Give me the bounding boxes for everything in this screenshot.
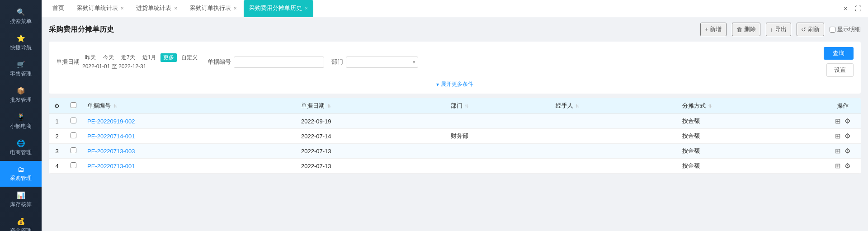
view-icon-2[interactable]: ⊞ — [835, 147, 841, 155]
sidebar-item-label: 电商管理 — [10, 149, 32, 156]
doc-no-link-1[interactable]: PE-20220714-001 — [87, 133, 135, 140]
row-num-3: 4 — [49, 159, 65, 174]
row-checkbox-3 — [65, 159, 82, 174]
tab-purchase-cost-history[interactable]: 采购费用分摊单历史× — [244, 0, 313, 17]
export-button[interactable]: ↑ 导出 — [766, 23, 792, 36]
col-checkbox — [65, 98, 82, 114]
row-select-checkbox-2[interactable] — [71, 147, 76, 153]
refresh-button[interactable]: ↺ 刷新 — [797, 23, 824, 36]
more-icon-3[interactable]: ⚙ — [844, 162, 850, 170]
sort-alloc-icon[interactable]: ⇅ — [708, 104, 712, 108]
table-row: 2 PE-20220714-001 2022-07-14 财务部 按金额 ⊞ ⚙ — [49, 129, 861, 144]
data-table: ⚙ 单据编号 ⇅ 单据日期 ⇅ 部门 — [49, 98, 861, 174]
tab-purchase-order-stats[interactable]: 采购订单统计表× — [71, 0, 129, 17]
row-select-checkbox-3[interactable] — [71, 162, 76, 168]
wholesale-icon: 📦 — [17, 87, 25, 95]
row-num-0: 1 — [49, 114, 65, 129]
sidebar-item-label: 批发管理 — [10, 96, 32, 104]
expand-more-btn[interactable]: ▾ 展开更多条件 — [56, 80, 854, 88]
more-icon-0[interactable]: ⚙ — [844, 117, 850, 125]
doc-no-link-0[interactable]: PE-20220919-002 — [87, 118, 135, 125]
row-select-checkbox-0[interactable] — [71, 118, 76, 123]
page-header: 采购费用分摊单历史 + 新增 🗑 删除 ↑ 导出 ↺ 刷新 显示明细 — [49, 23, 861, 36]
table-row: 3 PE-20220713-003 2022-07-13 按金额 ⊞ ⚙ — [49, 144, 861, 159]
dept-select[interactable]: 财务部 — [346, 57, 418, 68]
tab-home[interactable]: 首页 — [47, 0, 70, 17]
table-header: ⚙ 单据编号 ⇅ 单据日期 ⇅ 部门 — [49, 98, 861, 114]
tab-close-btn[interactable]: × — [174, 5, 177, 11]
row-handler-3 — [550, 159, 677, 174]
sort-doc-date-icon[interactable]: ⇅ — [327, 104, 331, 108]
doc-no-input[interactable] — [234, 57, 324, 68]
tab-close-btn[interactable]: × — [234, 5, 236, 11]
tab-label: 进货单统计表 — [136, 4, 171, 12]
shortcut-custom[interactable]: 自定义 — [179, 53, 200, 62]
sidebar-item-finance[interactable]: 💰 资金管理 — [0, 213, 42, 231]
shortcut-more[interactable]: 更多 — [160, 53, 177, 62]
row-select-checkbox-1[interactable] — [71, 132, 76, 138]
show-cols-input[interactable] — [830, 27, 835, 33]
view-icon-3[interactable]: ⊞ — [835, 162, 841, 170]
doc-no-filter-item: 单据编号 — [208, 57, 324, 68]
doc-no-link-3[interactable]: PE-20220713-001 — [87, 163, 135, 170]
sort-handler-icon[interactable]: ⇅ — [576, 104, 579, 108]
sidebar-item-ecommerce[interactable]: 🌐 电商管理 — [0, 135, 42, 161]
row-operate-1: ⊞ ⚙ — [825, 129, 861, 144]
row-doc-no-3: PE-20220713-001 — [82, 159, 296, 174]
add-button[interactable]: + 新增 — [700, 23, 726, 36]
sidebar-item-label: 零售管理 — [10, 70, 32, 78]
more-icon-2[interactable]: ⚙ — [844, 147, 850, 155]
filter-settings-button[interactable]: 设置 — [826, 63, 854, 77]
sidebar-item-purchase[interactable]: 🗂 采购管理 — [0, 161, 42, 187]
date-filter-item: 单据日期 昨天 今天 近7天 近1月 更多 自定义 2022-01-01 至 2… — [56, 53, 200, 71]
shortcut-yesterday[interactable]: 昨天 — [82, 53, 99, 62]
tab-bar: 首页采购订单统计表×进货单统计表×采购订单执行表×采购费用分摊单历史× × ⛶ — [42, 0, 868, 17]
tab-purchase-goods-stats[interactable]: 进货单统计表× — [131, 0, 182, 17]
view-icon-1[interactable]: ⊞ — [835, 132, 841, 140]
more-icon-1[interactable]: ⚙ — [844, 132, 850, 140]
tab-label: 首页 — [52, 4, 64, 12]
sidebar-item-retail[interactable]: 🛒 零售管理 — [0, 56, 42, 82]
row-doc-date-3: 2022-07-13 — [296, 159, 445, 174]
delete-button[interactable]: 🗑 删除 — [732, 23, 760, 36]
operate-icons-1: ⊞ ⚙ — [830, 132, 855, 140]
shortcut-1month[interactable]: 近1月 — [140, 53, 159, 62]
operate-icons-0: ⊞ ⚙ — [830, 117, 855, 125]
view-icon-0[interactable]: ⊞ — [835, 117, 841, 125]
delete-icon: 🗑 — [736, 26, 742, 33]
refresh-icon: ↺ — [801, 26, 806, 33]
maximize-window-button[interactable]: ⛶ — [854, 4, 863, 13]
sidebar-item-label: 小畅电商 — [10, 123, 32, 130]
tab-close-btn[interactable]: × — [121, 5, 123, 11]
row-operate-0: ⊞ ⚙ — [825, 114, 861, 129]
filter-area: 单据日期 昨天 今天 近7天 近1月 更多 自定义 2022-01-01 至 2… — [49, 42, 861, 94]
date-filter-label: 单据日期 — [56, 58, 80, 66]
page-title: 采购费用分摊单历史 — [49, 25, 114, 34]
shortcut-today[interactable]: 今天 — [100, 53, 117, 62]
tab-close-btn[interactable]: × — [305, 5, 307, 11]
chevron-down-icon: ▾ — [436, 81, 439, 88]
row-operate-2: ⊞ ⚙ — [825, 144, 861, 159]
tab-purchase-order-exec[interactable]: 采购订单执行表× — [184, 0, 242, 17]
table-container: ⚙ 单据编号 ⇅ 单据日期 ⇅ 部门 — [49, 98, 861, 174]
sidebar-item-inventory[interactable]: 📊 库存核算 — [0, 187, 42, 213]
row-doc-date-2: 2022-07-13 — [296, 144, 445, 159]
header-actions: + 新增 🗑 删除 ↑ 导出 ↺ 刷新 显示明细 — [700, 23, 861, 36]
sort-dept-icon[interactable]: ⇅ — [465, 104, 468, 108]
sidebar-item-label: 搜索菜单 — [10, 18, 32, 25]
tab-right-actions: × ⛶ — [841, 4, 863, 13]
show-cols-checkbox[interactable]: 显示明细 — [830, 25, 861, 33]
sort-doc-no-icon[interactable]: ⇅ — [113, 104, 117, 108]
col-settings[interactable]: ⚙ — [49, 98, 65, 114]
close-window-button[interactable]: × — [841, 4, 850, 13]
filter-row: 单据日期 昨天 今天 近7天 近1月 更多 自定义 2022-01-01 至 2… — [56, 47, 854, 77]
shortcut-7days[interactable]: 近7天 — [118, 53, 138, 62]
row-num-1: 2 — [49, 129, 65, 144]
select-all-checkbox[interactable] — [71, 102, 76, 108]
query-button[interactable]: 查询 — [824, 47, 854, 60]
sidebar-item-shortcut[interactable]: ⭐ 快捷导航 — [0, 30, 42, 56]
sidebar-item-search[interactable]: 🔍 搜索菜单 — [0, 4, 42, 30]
sidebar-item-wholesale[interactable]: 📦 批发管理 — [0, 82, 42, 108]
doc-no-link-2[interactable]: PE-20220713-003 — [87, 148, 135, 155]
sidebar-item-mobile[interactable]: 📱 小畅电商 — [0, 108, 42, 135]
